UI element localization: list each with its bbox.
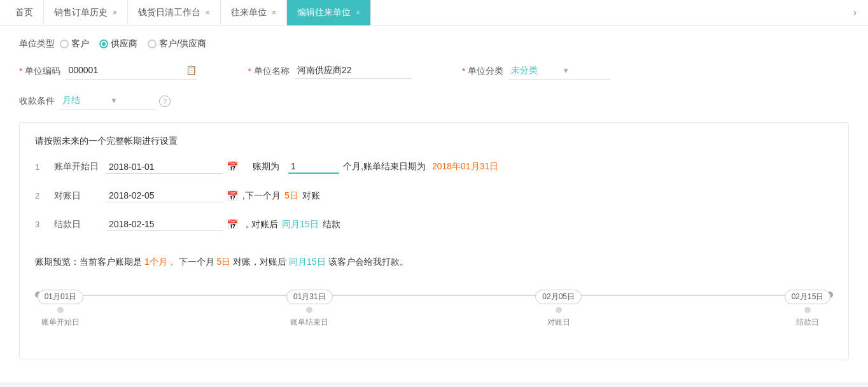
tab-partners[interactable]: 往来单位 × — [221, 0, 287, 25]
row-3-date-input[interactable] — [106, 218, 223, 231]
period-months-input[interactable] — [288, 160, 339, 174]
period-panel: 请按照未来的一个完整帐期进行设置 1 账单开始日 📅 账期为 个月,账单结束日期… — [19, 122, 849, 360]
payment-group: 收款条件 月结 ▼ ? — [19, 92, 171, 109]
tab-edit-partner-close[interactable]: × — [356, 8, 360, 17]
unit-code-input-wrapper: 📋 — [66, 62, 197, 80]
row-1-num: 1 — [35, 162, 54, 172]
row-3-suffix1: ，对账后 — [242, 219, 278, 230]
row-2-suffix-hl: 5日 — [284, 190, 298, 202]
node-3-date: 02月05日 — [542, 292, 575, 301]
radio-supplier[interactable]: 供应商 — [99, 38, 137, 50]
row-2-label: 对账日 — [54, 190, 99, 202]
row-2-value: 📅 ,下一个月 5日 对账 — [106, 189, 320, 202]
row-1-label: 账单开始日 — [54, 161, 99, 172]
unit-code-icon[interactable]: 📋 — [186, 65, 197, 75]
preview-mid1: 下一个月 — [179, 257, 214, 267]
node-4-badge: 02月15日 — [785, 290, 831, 304]
radio-customer-circle — [60, 39, 69, 48]
unit-code-required: * — [19, 66, 22, 76]
timeline-node-4: 02月15日 结款日 — [782, 290, 833, 328]
payment-arrow-icon: ▼ — [110, 96, 153, 105]
preview-hl2: 5日 — [216, 257, 230, 267]
preview-hl3: 同月15日 — [289, 257, 326, 267]
tab-cash-work[interactable]: 钱货日清工作台 × — [128, 0, 221, 25]
preview-hl1: 1个月， — [144, 257, 176, 267]
timeline-nodes: 01月01日 账单开始日 01月31日 账单结束日 — [35, 290, 833, 328]
unit-category-select[interactable]: 未分类 ▼ — [508, 62, 610, 80]
radio-supplier-circle — [99, 39, 108, 48]
radio-supplier-label: 供应商 — [111, 38, 137, 50]
preview-text: 账期预览：当前客户账期是 1个月， 下一个月 5日 对账，对账后 同月15日 该… — [35, 257, 833, 268]
row-1-calendar-icon[interactable]: 📅 — [227, 161, 239, 172]
node-3-badge: 02月05日 — [535, 290, 582, 304]
row-2-suffix2: 对账 — [302, 190, 320, 202]
unit-name-input[interactable] — [295, 63, 411, 79]
row-3-suffix2: 结款 — [323, 219, 340, 230]
tab-cash-work-close[interactable]: × — [206, 8, 210, 17]
tab-partners-close[interactable]: × — [272, 8, 276, 17]
payment-help-icon[interactable]: ? — [159, 95, 171, 107]
unit-code-label: 单位编码 — [25, 66, 60, 77]
row-1-mid-text: 账期为 — [253, 161, 279, 172]
tab-edit-partner-label: 编辑往来单位 — [297, 7, 351, 18]
unit-category-group: * 单位分类 未分类 ▼ — [462, 62, 610, 80]
main-content: 单位类型 客户 供应商 客户/供应商 * 单位编码 — [0, 25, 868, 382]
unit-type-label: 单位类型 — [19, 38, 55, 50]
radio-customer-label: 客户 — [71, 38, 89, 50]
node-3-dot — [556, 307, 562, 313]
unit-category-required: * — [462, 66, 465, 76]
node-2-label: 账单结束日 — [290, 317, 328, 328]
tab-home[interactable]: 首页 — [5, 0, 44, 25]
row-3-value: 📅 ，对账后 同月15日 结款 — [106, 218, 340, 231]
row-1-date-input[interactable] — [106, 160, 223, 174]
row-3-num: 3 — [35, 220, 54, 229]
node-2-badge: 01月31日 — [286, 290, 333, 304]
tabs-bar: 首页 销售订单历史 × 钱货日清工作台 × 往来单位 × 编辑往来单位 × › — [0, 0, 868, 25]
preview-section: 账期预览：当前客户账期是 1个月， 下一个月 5日 对账，对账后 同月15日 该… — [35, 246, 833, 347]
payment-row: 收款条件 月结 ▼ ? — [19, 92, 849, 109]
node-4-dot — [804, 307, 811, 313]
node-2-dot — [306, 307, 312, 313]
node-1-label: 账单开始日 — [41, 317, 80, 328]
tab-partners-label: 往来单位 — [231, 7, 267, 18]
row-2-date-input[interactable] — [106, 189, 223, 202]
unit-code-group: * 单位编码 📋 — [19, 62, 197, 80]
unit-category-arrow-icon: ▼ — [562, 66, 608, 75]
radio-both[interactable]: 客户/供应商 — [148, 38, 206, 50]
timeline-node-2: 01月31日 账单结束日 — [284, 290, 335, 328]
row-3-calendar-icon[interactable]: 📅 — [227, 219, 239, 230]
preview-prefix: 账期预览：当前客户账期是 — [35, 257, 142, 267]
timeline-container: 01月01日 账单开始日 01月31日 账单结束日 — [35, 283, 833, 347]
node-3-label: 对账日 — [547, 317, 570, 328]
tab-sales-history-close[interactable]: × — [113, 8, 117, 17]
radio-customer[interactable]: 客户 — [60, 38, 89, 50]
unit-name-required: * — [248, 66, 251, 76]
period-row-1: 1 账单开始日 📅 账期为 个月,账单结束日期为 2018年01月31日 — [35, 160, 833, 174]
timeline-node-1: 01月01日 账单开始日 — [35, 290, 86, 328]
row-2-calendar-icon[interactable]: 📅 — [227, 190, 239, 202]
panel-title: 请按照未来的一个完整帐期进行设置 — [35, 136, 833, 147]
unit-type-radio-group: 客户 供应商 客户/供应商 — [60, 38, 206, 50]
tab-sales-history[interactable]: 销售订单历史 × — [44, 0, 128, 25]
node-4-label: 结款日 — [796, 317, 819, 328]
payment-select[interactable]: 月结 ▼ — [60, 92, 155, 109]
tab-sales-history-label: 销售订单历史 — [54, 7, 108, 18]
tab-edit-partner[interactable]: 编辑往来单位 × — [287, 0, 371, 25]
payment-value: 月结 — [62, 95, 105, 106]
timeline-node-3: 02月05日 对账日 — [533, 290, 584, 328]
node-2-date: 01月31日 — [293, 292, 326, 301]
payment-label: 收款条件 — [19, 95, 55, 107]
node-4-date: 02月15日 — [792, 292, 824, 301]
unit-type-row: 单位类型 客户 供应商 客户/供应商 — [19, 38, 849, 50]
row-2-num: 2 — [35, 191, 54, 201]
tabs-more-btn[interactable]: › — [847, 7, 863, 18]
unit-info-row: * 单位编码 📋 * 单位名称 * 单位分类 未分类 ▼ — [19, 62, 849, 80]
unit-code-input[interactable] — [66, 62, 182, 78]
preview-suffix: 该客户会给我打款。 — [328, 257, 409, 267]
unit-category-label: 单位分类 — [468, 66, 503, 77]
preview-mid2: 对账，对账后 — [233, 257, 286, 267]
row-3-label: 结款日 — [54, 219, 99, 230]
unit-category-value: 未分类 — [511, 65, 557, 76]
node-1-dot — [57, 307, 64, 313]
row-2-suffix1: ,下一个月 — [242, 190, 281, 202]
